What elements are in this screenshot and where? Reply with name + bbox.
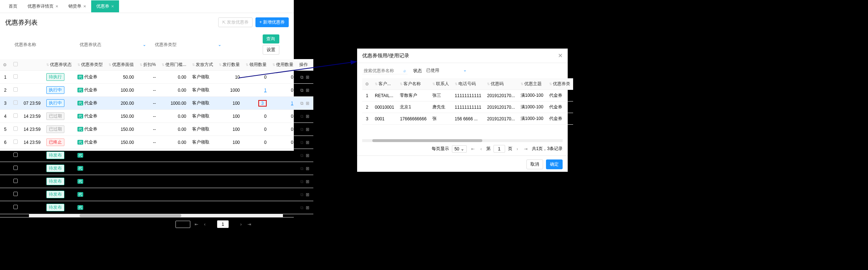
close-icon[interactable]: ✕ — [111, 4, 114, 8]
next-page-button[interactable]: › — [239, 222, 243, 227]
cell-method: 客户领取 — [189, 175, 216, 188]
tab-detail[interactable]: 优惠券详情页✕ — [22, 0, 63, 12]
row-checkbox[interactable] — [13, 179, 18, 183]
table-row[interactable]: 7 14 23:59 待发布 代代金券 150.00 -- 0.00 客户领取 … — [0, 149, 313, 162]
external-link-icon[interactable]: ⧉ — [300, 88, 304, 93]
page-input[interactable] — [217, 220, 229, 228]
qrcode-icon[interactable]: ⊞ — [306, 114, 309, 119]
sort-icon[interactable]: ⇅ — [109, 63, 111, 67]
qrcode-icon[interactable]: ⊞ — [306, 88, 309, 93]
table-row[interactable]: 6 14 23:59 已终止 代代金券 150.00 -- 0.00 客户领取 … — [0, 136, 313, 149]
row-checkbox[interactable] — [13, 205, 18, 209]
table-row[interactable]: 1 RETAIL... 零散客户 张三 11111111111 20191201… — [362, 90, 573, 101]
first-page-button[interactable]: ⇤ — [193, 222, 200, 227]
qrcode-icon[interactable]: ⊞ — [306, 101, 309, 106]
cell-method: 客户领取 — [189, 188, 216, 201]
row-checkbox[interactable] — [13, 166, 18, 170]
last-page-button[interactable]: ⇥ — [522, 146, 529, 151]
horizontal-scrollbar[interactable] — [29, 214, 283, 217]
cell-cust-code: 0001 — [372, 113, 397, 125]
horizontal-scrollbar[interactable] — [362, 139, 563, 142]
count-link[interactable]: 1 — [264, 88, 267, 93]
qrcode-icon[interactable]: ⊞ — [306, 153, 309, 158]
cell-use: 0 — [270, 175, 296, 188]
cell-issue: 100 — [216, 97, 243, 110]
table-row[interactable]: 1 待执行 代代金券 50.00 -- 0.00 客户领取 10 0 0 ⧉⊞ — [0, 71, 313, 84]
table-row[interactable]: 3 07 23:59 执行中 代代金券 200.00 -- 1000.00 客户… — [0, 97, 313, 110]
sort-icon[interactable]: ⇅ — [192, 63, 195, 67]
page-input[interactable] — [494, 145, 505, 153]
gear-icon[interactable]: ⚙ — [365, 82, 369, 87]
status-select[interactable]: ⌄ — [104, 41, 148, 48]
sort-icon[interactable]: ⇅ — [140, 63, 143, 67]
sort-icon[interactable]: ⇅ — [77, 63, 80, 67]
qrcode-icon[interactable]: ⊞ — [306, 140, 309, 145]
table-row[interactable]: 4 14 23:59 已过期 代代金券 150.00 -- 0.00 客户领取 … — [0, 110, 313, 123]
qrcode-icon[interactable]: ⊞ — [306, 166, 309, 171]
cell-type: 代金券 — [84, 166, 97, 171]
row-checkbox[interactable] — [13, 153, 18, 157]
close-icon[interactable]: ✕ — [83, 4, 86, 8]
row-checkbox[interactable] — [13, 100, 18, 105]
qrcode-icon[interactable]: ⊞ — [306, 179, 309, 184]
add-coupon-button[interactable]: + 新增优惠券 — [255, 17, 289, 27]
table-row[interactable]: 2 执行中 代代金券 100.00 -- 0.00 客户领取 1000 1 0 … — [0, 84, 313, 97]
search-icon[interactable]: ⌕ — [403, 68, 406, 73]
tab-coupon[interactable]: 优惠券✕ — [91, 0, 119, 12]
sort-icon[interactable]: ⇅ — [46, 63, 49, 67]
sort-icon[interactable]: ⇅ — [162, 63, 165, 67]
qrcode-icon[interactable]: ⊞ — [306, 205, 309, 210]
close-icon[interactable]: ✕ — [55, 4, 58, 8]
cell-use: 0 — [270, 123, 296, 136]
query-button[interactable]: 查询 — [263, 34, 279, 43]
per-page-select[interactable]: 50 ⌄ — [175, 221, 190, 228]
table-row[interactable]: 9 14 23:59 待发布 代代金券 150.00 -- 0.00 客户领取 … — [0, 175, 313, 188]
row-checkbox[interactable] — [13, 74, 18, 79]
table-row[interactable]: 8 14 23:59 待发布 代代金券 150.00 -- 0.00 客户领取 … — [0, 162, 313, 175]
qrcode-icon[interactable]: ⊞ — [306, 75, 309, 80]
table-row[interactable]: 3 0001 17666666666 张 156 6666 ... 201912… — [362, 113, 573, 125]
cancel-button[interactable]: 取消 — [526, 159, 543, 169]
cell-type: 代金券 — [84, 87, 97, 92]
settings-button[interactable]: 设置 — [263, 45, 279, 55]
prev-page-button[interactable]: ‹ — [479, 146, 483, 151]
external-link-icon[interactable]: ⧉ — [300, 75, 304, 80]
table-row[interactable]: 11 14 23:59 待发布 代代金券 150.00 -- 0.00 客户领取… — [0, 201, 313, 214]
sort-icon[interactable]: ⇅ — [246, 63, 249, 67]
prev-page-button[interactable]: ‹ — [203, 222, 207, 227]
table-row[interactable]: 5 14 23:59 已过期 代代金券 150.00 -- 0.00 客户领取 … — [0, 123, 313, 136]
sort-icon[interactable]: ⇅ — [272, 63, 275, 67]
first-page-button[interactable]: ⇤ — [470, 146, 476, 151]
close-icon[interactable]: ✕ — [558, 52, 563, 59]
select-all-checkbox[interactable] — [13, 62, 18, 66]
next-page-button[interactable]: › — [515, 146, 520, 151]
cell-face: 150.00 — [106, 123, 137, 136]
confirm-button[interactable]: 确定 — [546, 159, 563, 169]
qrcode-icon[interactable]: ⊞ — [306, 127, 309, 132]
highlighted-count[interactable]: 3 — [258, 100, 267, 107]
tab-sales[interactable]: 销货单✕ — [63, 0, 91, 12]
sort-icon[interactable]: ⇅ — [219, 63, 222, 67]
per-page-select[interactable]: 50 ⌄ — [452, 145, 467, 153]
cell-face: 150.00 — [106, 175, 137, 188]
status-badge: 执行中 — [46, 86, 64, 94]
count-link[interactable]: 1 — [291, 101, 293, 106]
row-checkbox[interactable] — [13, 87, 18, 92]
qrcode-icon[interactable]: ⊞ — [306, 192, 309, 197]
last-page-button[interactable]: ⇥ — [246, 222, 253, 227]
tab-home[interactable]: 首页 — [4, 0, 22, 12]
modal-status-select[interactable]: 已使用 ⌄ — [425, 67, 468, 75]
cell-method: 客户领取 — [189, 84, 216, 97]
search-input[interactable] — [364, 68, 403, 73]
distribute-button[interactable]: ⇱发放优惠券 — [218, 17, 253, 27]
row-checkbox[interactable] — [13, 192, 18, 196]
table-row[interactable]: 10 14 23:59 待发布 代代金券 150.00 -- 0.00 客户领取… — [0, 188, 313, 201]
row-checkbox[interactable] — [13, 140, 18, 144]
type-select[interactable]: ⌄ — [179, 41, 223, 48]
external-link-icon: ⧉ — [300, 192, 304, 197]
gear-icon[interactable]: ⚙ — [3, 62, 7, 67]
external-link-icon[interactable]: ⧉ — [300, 101, 304, 106]
row-checkbox[interactable] — [13, 126, 18, 131]
table-row[interactable]: 2 00010001 北京1 唐先生 11111111111 201912017… — [362, 101, 573, 113]
row-checkbox[interactable] — [13, 113, 18, 118]
